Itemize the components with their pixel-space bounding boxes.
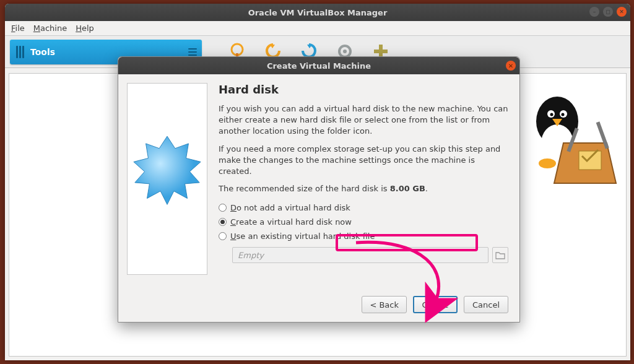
maximize-button[interactable]: ◻ bbox=[603, 7, 613, 17]
dialog-heading: Hard disk bbox=[219, 83, 508, 96]
main-window-controls: – ◻ ✕ bbox=[589, 7, 627, 17]
existing-disk-field[interactable]: Empty bbox=[232, 247, 489, 263]
dialog-close-button[interactable]: ✕ bbox=[506, 61, 516, 71]
main-menubar: File Machine Help bbox=[5, 21, 630, 36]
svg-marker-20 bbox=[134, 136, 201, 204]
close-button[interactable]: ✕ bbox=[617, 7, 627, 17]
existing-disk-row: Empty bbox=[232, 247, 508, 263]
dialog-paragraph-1: If you wish you can add a virtual hard d… bbox=[219, 103, 508, 137]
radio-use-existing-label: Use an existing virtual hard disk file bbox=[230, 232, 375, 241]
svg-marker-3 bbox=[307, 45, 312, 48]
menu-help[interactable]: Help bbox=[76, 24, 94, 33]
radio-no-disk-input[interactable] bbox=[219, 204, 227, 212]
browse-disk-button[interactable] bbox=[492, 247, 508, 263]
tools-icon bbox=[16, 46, 24, 58]
svg-marker-2 bbox=[270, 45, 275, 48]
main-window-title: Oracle VM VirtualBox Manager bbox=[248, 8, 388, 17]
radio-create-now-input[interactable] bbox=[219, 218, 227, 226]
radio-no-disk[interactable]: Do not add a virtual hard disk bbox=[219, 203, 508, 212]
dialog-paragraph-3: The recommended size of the hard disk is… bbox=[219, 183, 508, 194]
dialog-content: Hard disk If you wish you can add a virt… bbox=[118, 74, 519, 296]
back-button[interactable]: < Back bbox=[362, 296, 407, 313]
svg-point-15 bbox=[539, 158, 556, 168]
dialog-paragraph-2: If you need a more complex storage set-u… bbox=[219, 144, 508, 178]
create-button[interactable]: Create bbox=[413, 296, 458, 313]
radio-no-disk-label: Do not add a virtual hard disk bbox=[230, 203, 350, 212]
para3-prefix: The recommended size of the hard disk is bbox=[219, 184, 390, 193]
dialog-title: Create Virtual Machine bbox=[267, 61, 371, 71]
para3-size: 8.00 GB bbox=[390, 184, 425, 193]
main-titlebar[interactable]: Oracle VM VirtualBox Manager – ◻ ✕ bbox=[5, 4, 630, 21]
svg-point-12 bbox=[550, 113, 554, 116]
svg-point-13 bbox=[562, 113, 565, 116]
para3-suffix: . bbox=[425, 184, 428, 193]
tools-label: Tools bbox=[30, 47, 55, 57]
tux-toolbox-graphic bbox=[520, 84, 619, 189]
dialog-right-pane: Hard disk If you wish you can add a virt… bbox=[219, 83, 508, 290]
svg-rect-17 bbox=[579, 151, 601, 170]
radio-create-now[interactable]: Create a virtual hard disk now bbox=[219, 217, 508, 227]
radio-create-now-label: Create a virtual hard disk now bbox=[230, 217, 352, 227]
cancel-button[interactable]: Cancel bbox=[464, 296, 508, 313]
svg-point-5 bbox=[343, 50, 347, 53]
menu-file[interactable]: File bbox=[11, 24, 25, 33]
tools-menu-icon[interactable] bbox=[188, 48, 197, 56]
radio-use-existing-input[interactable] bbox=[219, 232, 227, 240]
radio-use-existing[interactable]: Use an existing virtual hard disk file bbox=[219, 232, 508, 241]
minimize-button[interactable]: – bbox=[589, 7, 599, 17]
menu-machine[interactable]: Machine bbox=[33, 24, 67, 33]
dialog-titlebar[interactable]: Create Virtual Machine ✕ bbox=[118, 57, 519, 74]
svg-rect-7 bbox=[374, 50, 388, 53]
create-vm-dialog: Create Virtual Machine ✕ Hard disk If yo… bbox=[118, 56, 520, 323]
dialog-side-graphic bbox=[127, 83, 207, 275]
dialog-button-bar: < Back Create Cancel bbox=[118, 296, 519, 322]
folder-icon bbox=[495, 251, 505, 259]
